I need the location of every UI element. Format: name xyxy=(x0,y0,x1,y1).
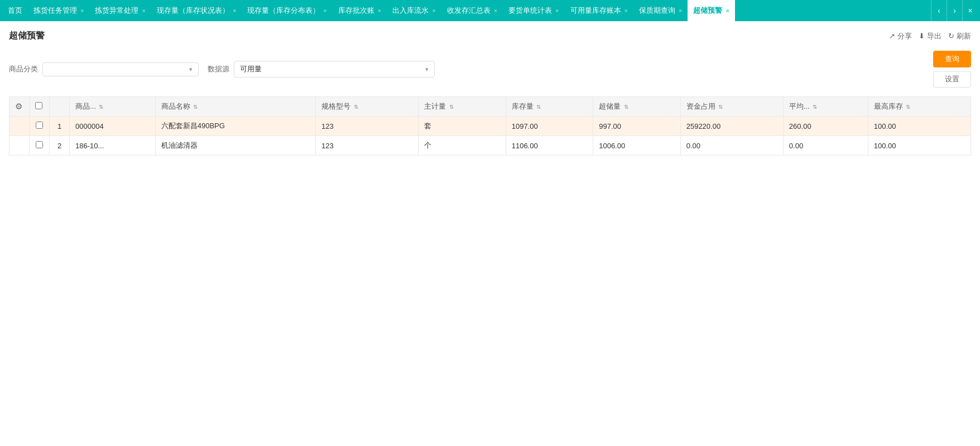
row-product-code: 186-10... xyxy=(70,136,156,156)
sort-icon: ⇅ xyxy=(193,104,198,110)
nav-item-usable-stock[interactable]: 可用量库存账本 × xyxy=(565,0,633,21)
data-source-select[interactable]: 可用量 ▾ xyxy=(234,61,435,77)
commodity-category-filter: 商品分类 ▾ xyxy=(9,62,199,76)
row-spec: 123 xyxy=(316,136,419,156)
stock-header[interactable]: 库存量 ⇅ xyxy=(506,97,593,117)
close-icon[interactable]: × xyxy=(494,7,497,14)
gear-column-header: ⚙ xyxy=(9,97,30,117)
row-overstock: 997.00 xyxy=(593,117,681,136)
avg-header[interactable]: 平均... ⇅ xyxy=(783,97,868,117)
row-avg: 0.00 xyxy=(783,136,868,156)
close-icon[interactable]: × xyxy=(726,7,729,14)
sort-icon: ⇅ xyxy=(99,104,103,110)
sort-icon: ⇅ xyxy=(354,104,358,110)
row-num-header xyxy=(50,97,70,117)
nav-item-stock-dist[interactable]: 现存量（库存分布表） × xyxy=(242,0,332,21)
share-icon: ↗ xyxy=(889,32,895,40)
gear-icon[interactable]: ⚙ xyxy=(15,101,22,111)
checkbox-column-header[interactable] xyxy=(30,97,50,117)
nav-item-order-stats[interactable]: 要货单统计表 × xyxy=(503,0,564,21)
nav-item-stock-status[interactable]: 现存量（库存状况表） × xyxy=(151,0,242,21)
close-icon[interactable]: × xyxy=(555,7,559,14)
close-icon[interactable]: × xyxy=(432,7,435,14)
nav-item-overstock[interactable]: 超储预警 × xyxy=(688,0,734,21)
commodity-category-label: 商品分类 xyxy=(9,64,38,74)
action-buttons: 查询 设置 xyxy=(933,51,971,88)
nav-prev-button[interactable]: ‹ xyxy=(931,0,947,21)
table-row: 2 186-10... 机油滤清器 123 个 1106.00 1006.00 … xyxy=(9,136,971,156)
unit-header[interactable]: 主计量 ⇅ xyxy=(419,97,506,117)
chevron-down-icon: ▾ xyxy=(189,66,193,73)
chevron-down-icon: ▾ xyxy=(425,66,429,73)
nav-item-exception[interactable]: 拣货异常处理 × xyxy=(89,0,151,21)
commodity-category-select[interactable]: ▾ xyxy=(42,62,199,76)
sort-icon: ⇅ xyxy=(813,104,817,110)
row-gear-cell xyxy=(9,117,30,136)
row-avg: 260.00 xyxy=(783,117,868,136)
close-icon[interactable]: × xyxy=(323,7,326,14)
export-icon: ⬇ xyxy=(919,32,925,40)
nav-item-task[interactable]: 拣货任务管理 × xyxy=(28,0,89,21)
sort-icon: ⇅ xyxy=(718,104,723,110)
data-source-label: 数据源 xyxy=(208,64,229,74)
row-stock: 1097.00 xyxy=(506,117,593,136)
close-icon[interactable]: × xyxy=(80,7,84,14)
max-stock-header[interactable]: 最高库存 ⇅ xyxy=(868,97,971,117)
sort-icon: ⇅ xyxy=(624,104,628,110)
nav-bar: 首页 拣货任务管理 × 拣货异常处理 × 现存量（库存状况表） × 现存量（库存… xyxy=(0,0,980,21)
row-max-stock: 100.00 xyxy=(868,117,971,136)
nav-arrows: ‹ › × xyxy=(931,0,978,21)
row-product-code: 0000004 xyxy=(70,117,156,136)
export-button[interactable]: ⬇ 导出 xyxy=(919,31,941,41)
row-product-name: 机油滤清器 xyxy=(155,136,315,156)
query-button[interactable]: 查询 xyxy=(933,51,971,67)
row-max-stock: 100.00 xyxy=(868,136,971,156)
product-name-header[interactable]: 商品名称 ⇅ xyxy=(155,97,315,117)
table-header: ⚙ 商品... ⇅ 商品名称 ⇅ 规格型号 ⇅ xyxy=(9,97,971,117)
row-capital-usage: 0.00 xyxy=(680,136,783,156)
close-icon[interactable]: × xyxy=(142,7,145,14)
nav-next-button[interactable]: › xyxy=(947,0,962,21)
data-table: ⚙ 商品... ⇅ 商品名称 ⇅ 规格型号 ⇅ xyxy=(9,96,971,156)
row-checkbox[interactable] xyxy=(36,122,43,129)
row-stock: 1106.00 xyxy=(506,136,593,156)
nav-item-batch[interactable]: 库存批次账 × xyxy=(333,0,387,21)
close-icon[interactable]: × xyxy=(233,7,236,14)
refresh-icon: ↻ xyxy=(948,32,954,40)
nav-close-button[interactable]: × xyxy=(962,0,978,21)
nav-item-expiry[interactable]: 保质期查询 × xyxy=(633,0,688,21)
select-all-checkbox[interactable] xyxy=(35,102,42,109)
row-spec: 123 xyxy=(316,117,419,136)
product-code-header[interactable]: 商品... ⇅ xyxy=(70,97,156,117)
data-source-value: 可用量 xyxy=(240,64,262,74)
table-body: 1 0000004 六配套新昌490BPG 123 套 1097.00 997.… xyxy=(9,117,971,156)
row-gear-cell xyxy=(9,136,30,156)
nav-item-flow[interactable]: 出入库流水 × xyxy=(387,0,441,21)
capital-usage-header[interactable]: 资金占用 ⇅ xyxy=(680,97,783,117)
row-checkbox-cell[interactable] xyxy=(30,117,50,136)
row-number: 1 xyxy=(50,117,70,136)
page-title: 超储预警 xyxy=(9,30,45,42)
share-button[interactable]: ↗ 分享 xyxy=(889,31,912,41)
table-row: 1 0000004 六配套新昌490BPG 123 套 1097.00 997.… xyxy=(9,117,971,136)
row-overstock: 1006.00 xyxy=(593,136,681,156)
spec-header[interactable]: 规格型号 ⇅ xyxy=(316,97,419,117)
row-number: 2 xyxy=(50,136,70,156)
data-source-filter: 数据源 可用量 ▾ xyxy=(208,61,435,77)
close-icon[interactable]: × xyxy=(624,7,628,14)
nav-item-home[interactable]: 首页 xyxy=(2,0,28,21)
row-product-name: 六配套新昌490BPG xyxy=(155,117,315,136)
sort-icon: ⇅ xyxy=(449,104,454,110)
row-unit: 个 xyxy=(419,136,506,156)
row-checkbox[interactable] xyxy=(36,141,43,148)
overstock-header[interactable]: 超储量 ⇅ xyxy=(593,97,681,117)
nav-item-summary[interactable]: 收发存汇总表 × xyxy=(441,0,503,21)
row-checkbox-cell[interactable] xyxy=(30,136,50,156)
close-icon[interactable]: × xyxy=(679,7,682,14)
settings-button[interactable]: 设置 xyxy=(933,71,971,88)
refresh-button[interactable]: ↻ 刷新 xyxy=(948,31,971,41)
close-icon[interactable]: × xyxy=(378,7,381,14)
filter-area: 商品分类 ▾ 数据源 可用量 ▾ 查询 设置 xyxy=(9,51,971,88)
header-actions: ↗ 分享 ⬇ 导出 ↻ 刷新 xyxy=(889,31,971,41)
sort-icon: ⇅ xyxy=(906,104,910,110)
